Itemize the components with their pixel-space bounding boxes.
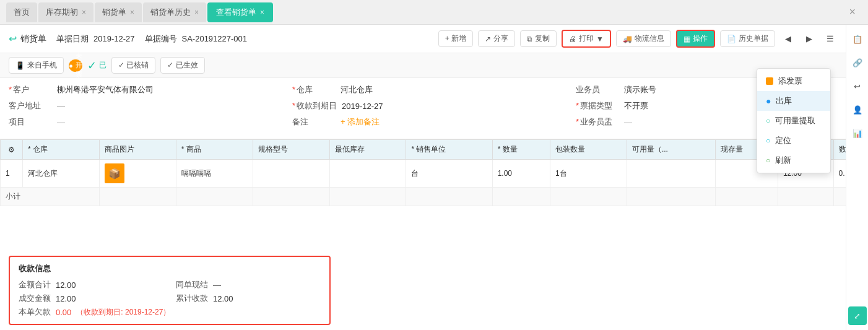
dropdown-available-qty[interactable]: ○ 可用量提取 [757, 111, 830, 131]
operate-button[interactable]: ▦ 操作 [676, 30, 715, 48]
payment-row-transaction: 成交金额 12.00 [19, 293, 163, 304]
cumulative-label: 累计收款 [176, 293, 208, 304]
open-ticket-button[interactable]: ● 未开票 [69, 59, 82, 72]
add-remark-button[interactable]: + 添加备注 [336, 116, 384, 128]
view-list-button[interactable]: ☰ [822, 31, 838, 47]
history-button[interactable]: 📄 历史单据 [720, 30, 775, 47]
dropdown-out-stock[interactable]: ● 出库 [757, 91, 830, 111]
refresh-icon: ○ [766, 156, 770, 165]
warehouse-value: 河北仓库 [336, 84, 378, 95]
share-button-label: 分享 [493, 33, 508, 44]
right-sidebar: 📋 🔗 ↩ 👤 📊 ⤢ [846, 25, 868, 330]
from-phone-button[interactable]: 📱 来自手机 [9, 57, 64, 74]
doc-date-meta: 单据日期 2019-12-27 [56, 33, 135, 45]
sidebar-expand-icon[interactable]: ⤢ [848, 306, 867, 325]
row-warehouse: 河北仓库 [23, 160, 100, 188]
cancelled-label: ✓ 已核销 [118, 60, 149, 71]
print-button[interactable]: 🖨 打印 ▼ [562, 30, 611, 48]
salesperson-label: 业务员 [576, 84, 619, 95]
subtotal-package [550, 188, 627, 206]
tab-view-sales[interactable]: 查看销货单 × [207, 2, 273, 22]
table-row: 1 河北仓库 📦 嗝嗝嗝嗝 台 1.00 1台 [1, 160, 868, 188]
logistics-icon: 🚚 [623, 35, 632, 43]
new-button[interactable]: + 新增 [438, 30, 473, 47]
project-value: — [52, 118, 70, 127]
tab-inventory-init-label: 库存期初 [46, 7, 78, 18]
locate-label: 定位 [775, 135, 791, 146]
tab-bar: 首页 库存期初 × 销货单 × 销货单历史 × 查看销货单 × × [0, 0, 868, 25]
col-spec: 规格型号 [253, 140, 329, 160]
check-icon: ✓ [87, 59, 97, 72]
tab-sales-history-close[interactable]: × [194, 8, 199, 17]
payment-grid: 金额合计 12.00 同单现结 — 成交金额 12.00 累计收款 12.00 [19, 279, 321, 318]
dropdown-locate[interactable]: ○ 定位 [757, 131, 830, 150]
subtotal-spec [253, 188, 329, 206]
tab-home[interactable]: 首页 [6, 2, 37, 22]
copy-button[interactable]: ⧉ 复制 [520, 30, 557, 47]
locate-icon: ○ [766, 136, 770, 145]
subtotal-img [99, 188, 176, 206]
same-order-label: 同单现结 [176, 279, 208, 290]
phone-icon: 📱 [15, 61, 25, 70]
dropdown-add-invoice[interactable]: 添发票 [757, 71, 830, 91]
due-date-label: 收款到期日 [292, 100, 337, 111]
address-label: 客户地址 [9, 100, 52, 111]
sidebar-doc-icon[interactable]: 📋 [848, 30, 867, 48]
share-button[interactable]: ↗ 分享 [478, 30, 515, 47]
total-amount-value: 12.00 [56, 280, 76, 290]
available-qty-icon: ○ [766, 116, 770, 125]
dropdown-refresh[interactable]: ○ 刷新 [757, 150, 830, 170]
salesperson-value: 演示账号 [619, 84, 661, 95]
form-row-3: 项目 — 备注 + 添加备注 业务员盂 — [9, 116, 859, 128]
sidebar-chart-icon[interactable]: 📊 [848, 124, 867, 142]
subtotal-row: 小计 [1, 188, 868, 206]
date-value: 2019-12-27 [93, 34, 135, 43]
tab-inventory-init-close[interactable]: × [82, 8, 86, 17]
effective-button[interactable]: ✓ 已生效 [160, 57, 204, 74]
payment-row-current-due: 本单欠款 0.00 （收款到期日: 2019-12-27） [19, 306, 321, 318]
tab-sales-order-label: 销货单 [102, 7, 126, 18]
due-date-field: 收款到期日 2019-12-27 [292, 100, 576, 111]
window-close-button[interactable]: × [843, 6, 862, 19]
tab-view-sales-label: 查看销货单 [216, 7, 256, 18]
current-due-value: 0.00 [56, 308, 71, 317]
print-dropdown-icon: ▼ [596, 35, 604, 43]
tab-sales-history[interactable]: 销货单历史 × [143, 2, 206, 22]
customer-field: 客户 柳州粤港平安气体有限公司 [9, 84, 292, 95]
payment-info: 收款信息 金额合计 12.00 同单现结 — 成交金额 12.00 [9, 256, 331, 325]
col-available-qty: 可用量（... [627, 140, 715, 160]
col-settings: ⚙ [1, 140, 23, 160]
doc-toolbar: 📱 来自手机 ● 未开票 ✓ 已 ✓ 已核销 ✓ 已生效 [0, 53, 868, 78]
row-product: 嗝嗝嗝嗝 [176, 160, 253, 188]
tab-view-sales-close[interactable]: × [260, 8, 264, 17]
share-icon: ↗ [485, 35, 491, 43]
same-order-value: — [213, 280, 221, 290]
bottom-panel: 收款信息 金额合计 12.00 同单现结 — 成交金额 12.00 [0, 251, 868, 330]
form-section: 客户 柳州粤港平安气体有限公司 仓库 河北仓库 业务员 演示账号 客户地址 — [0, 78, 868, 139]
transaction-amount-value: 12.00 [56, 294, 76, 303]
logistics-button[interactable]: 🚚 物流信息 [616, 30, 671, 47]
add-invoice-icon [766, 77, 773, 85]
doc-title: ↩ 销货单 [9, 33, 46, 45]
add-invoice-label: 添发票 [778, 76, 802, 87]
cancelled-button[interactable]: ✓ 已核销 [111, 57, 155, 74]
sidebar-user-icon[interactable]: 👤 [848, 100, 867, 119]
col-min-stock: 最低库存 [329, 140, 406, 160]
header-actions: + 新增 ↗ 分享 ⧉ 复制 🖨 打印 ▼ 🚚 物流信息 [438, 30, 859, 48]
doc-header: ↩ 销货单 单据日期 2019-12-27 单据编号 SA-20191227-0… [0, 25, 868, 53]
warehouse-field: 仓库 河北仓库 [292, 84, 576, 95]
tab-sales-order[interactable]: 销货单 × [95, 2, 142, 22]
tab-sales-order-close[interactable]: × [130, 8, 134, 17]
subtotal-product [176, 188, 253, 206]
next-button[interactable]: ▶ [801, 31, 817, 47]
prev-button[interactable]: ◀ [780, 31, 796, 47]
sidebar-undo-icon[interactable]: ↩ [848, 77, 867, 95]
row-index: 1 [1, 160, 23, 188]
tab-inventory-init[interactable]: 库存期初 × [38, 2, 93, 22]
history-icon: 📄 [727, 35, 736, 43]
row-spec [253, 160, 329, 188]
product-table: ⚙ * 仓库 商品图片 * 商品 规格型号 最低库存 * 销售单位 * 数量 包… [0, 139, 868, 206]
customer-value: 柳州粤港平安气体有限公司 [52, 84, 158, 95]
sidebar-link-icon[interactable]: 🔗 [848, 53, 867, 72]
payment-row-same-order: 同单现结 — [176, 279, 321, 290]
